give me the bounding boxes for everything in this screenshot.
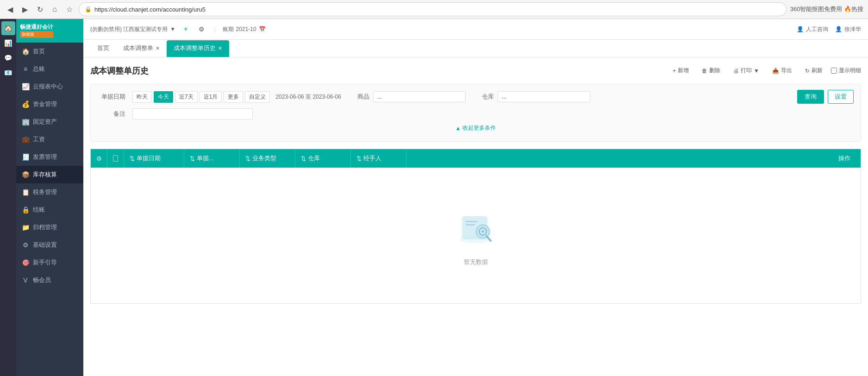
sidebar-item-close[interactable]: 🔒 结账 bbox=[16, 201, 83, 219]
collapse-button[interactable]: ▲ 收起更多条件 bbox=[456, 124, 496, 132]
tab-home[interactable]: 首页 bbox=[90, 40, 116, 57]
th-operator[interactable]: ⇅ 经手人 bbox=[351, 149, 406, 168]
tab-cost-adjust-history-close[interactable]: ✕ bbox=[218, 45, 222, 51]
calendar-icon: 📅 bbox=[259, 26, 266, 32]
sidebar-item-tax[interactable]: 📋 税务管理 bbox=[16, 183, 83, 201]
fixed-asset-icon: 🏢 bbox=[22, 118, 29, 125]
sidebar-item-inventory[interactable]: 📦 库存核算 bbox=[16, 166, 83, 183]
company-settings-button[interactable]: ⚙ bbox=[196, 24, 207, 35]
show-detail-checkbox[interactable] bbox=[831, 68, 837, 74]
header-divider: | bbox=[214, 26, 215, 33]
sidebar-item-archive[interactable]: 📁 归档管理 bbox=[16, 219, 83, 236]
sidebar-item-report[interactable]: 📈 云报表中心 bbox=[16, 78, 83, 95]
settings-button[interactable]: 设置 bbox=[828, 90, 854, 104]
refresh-button[interactable]: ↻ 刷新 bbox=[800, 64, 827, 77]
select-all-checkbox[interactable] bbox=[113, 155, 118, 162]
home-icon: 🏠 bbox=[22, 48, 29, 55]
sidebar-item-fixed-asset[interactable]: 🏢 固定资产 bbox=[16, 113, 83, 131]
goods-select[interactable]: ... bbox=[373, 91, 466, 102]
forward-button[interactable]: ▶ bbox=[19, 4, 31, 15]
tab-home-label: 首页 bbox=[97, 44, 109, 52]
date-btn-1month[interactable]: 近1月 bbox=[200, 91, 222, 103]
sidebar-item-home[interactable]: 🏠 首页 bbox=[16, 43, 83, 60]
export-button[interactable]: 📤 导出 bbox=[768, 64, 797, 77]
icon-sidebar-item-chat[interactable]: 💬 bbox=[1, 51, 15, 65]
sidebar-item-settings[interactable]: ⚙ 基础设置 bbox=[16, 236, 83, 254]
th-type[interactable]: ⇅ 业务类型 bbox=[240, 149, 295, 168]
company-selector[interactable]: (勿删勿禁用) 江西服宝测试专用 ▼ bbox=[90, 25, 175, 33]
date-btn-7days[interactable]: 近7天 bbox=[175, 91, 198, 103]
sidebar-item-payroll[interactable]: 💼 工资 bbox=[16, 131, 83, 148]
icon-sidebar-item-chart[interactable]: 📊 bbox=[1, 36, 15, 50]
add-label: 新增 bbox=[678, 67, 689, 75]
app-container: 🏠 📊 💬 📧 畅捷通好会计 旗舰版 🏠 首页 ≡ 总账 📈 云报表中心 bbox=[0, 19, 868, 376]
date-btn-more[interactable]: 更多 bbox=[224, 91, 243, 103]
tab-cost-adjust-history[interactable]: 成本调整单历史 ✕ bbox=[167, 40, 229, 57]
add-button[interactable]: + 新增 bbox=[668, 64, 693, 77]
delete-label: 删除 bbox=[709, 67, 720, 75]
print-button[interactable]: 🖨 打印 ▼ bbox=[729, 64, 764, 77]
sidebar-item-ledger[interactable]: ≡ 总账 bbox=[16, 60, 83, 78]
tab-cost-adjust-close[interactable]: ✕ bbox=[156, 45, 160, 51]
sidebar-item-capital-label: 资金管理 bbox=[33, 100, 57, 108]
th-date[interactable]: ⇅ 单据日期 bbox=[124, 149, 184, 168]
th-warehouse[interactable]: ⇅ 仓库 bbox=[295, 149, 351, 168]
remark-input[interactable] bbox=[132, 108, 253, 119]
close-books-icon: 🔒 bbox=[22, 206, 29, 213]
star-button[interactable]: ☆ bbox=[64, 4, 75, 15]
back-button[interactable]: ◀ bbox=[5, 4, 16, 15]
refresh-label: 刷新 bbox=[812, 67, 823, 75]
sidebar-item-home-label: 首页 bbox=[33, 47, 45, 56]
th-date-label: 单据日期 bbox=[137, 154, 161, 163]
date-btn-yesterday[interactable]: 昨天 bbox=[132, 91, 152, 103]
home-button[interactable]: ⌂ bbox=[49, 4, 60, 15]
print-label: 打印 bbox=[741, 67, 752, 75]
icon-sidebar-item-home[interactable]: 🏠 bbox=[1, 21, 15, 35]
show-detail-checkbox-container[interactable]: 显示明细 bbox=[831, 67, 861, 75]
sidebar-item-settings-label: 基础设置 bbox=[33, 241, 57, 249]
query-btn-group: 查询 设置 bbox=[797, 90, 854, 104]
sidebar-item-invoice[interactable]: 🧾 发票管理 bbox=[16, 148, 83, 166]
th-number-sort-icon: ⇅ bbox=[190, 155, 195, 162]
browser-right-tools: 360智能抠图免费用 🔥热搜 bbox=[790, 5, 863, 13]
address-bar[interactable]: 🔒 https://cloud.chanjet.com/accounting/u… bbox=[79, 2, 787, 16]
th-number[interactable]: ⇅ 单据... bbox=[184, 149, 240, 168]
th-checkbox[interactable] bbox=[107, 149, 124, 168]
query-button[interactable]: 查询 bbox=[797, 90, 824, 104]
warehouse-select[interactable]: ... bbox=[498, 91, 590, 102]
archive-icon: 📁 bbox=[22, 224, 29, 231]
user-avatar-icon: 👤 bbox=[835, 26, 842, 32]
logo-text: 畅捷通好会计 bbox=[20, 24, 53, 30]
sidebar-item-report-label: 云报表中心 bbox=[33, 82, 63, 91]
add-company-button[interactable]: + bbox=[180, 24, 191, 35]
tab-cost-adjust[interactable]: 成本调整单 ✕ bbox=[116, 40, 167, 57]
delete-button[interactable]: 🗑 删除 bbox=[697, 64, 725, 77]
date-btn-custom[interactable]: 自定义 bbox=[245, 91, 270, 103]
th-settings[interactable]: ⚙ bbox=[91, 149, 107, 168]
date-filter-label: 单据日期 bbox=[98, 93, 125, 101]
sidebar-logo: 畅捷通好会计 旗舰版 bbox=[16, 19, 83, 43]
date-btn-today[interactable]: 今天 bbox=[154, 91, 173, 103]
lock-icon: 🔒 bbox=[85, 6, 92, 13]
settings-icon: ⚙ bbox=[22, 241, 29, 249]
help-icon: 👤 bbox=[797, 26, 804, 32]
icon-sidebar: 🏠 📊 💬 📧 bbox=[0, 19, 16, 376]
filter-date-row: 单据日期 昨天 今天 近7天 近1月 更多 自定义 2023-06-06 至 2… bbox=[98, 90, 854, 104]
th-number-label: 单据... bbox=[197, 154, 214, 163]
period-selector[interactable]: 账期 2021-10 📅 bbox=[223, 25, 266, 33]
help-button[interactable]: 👤 人工咨询 bbox=[797, 25, 828, 33]
inventory-icon: 📦 bbox=[22, 171, 29, 178]
sidebar-item-guide-label: 新手引导 bbox=[33, 258, 57, 267]
sidebar-item-member[interactable]: V 畅会员 bbox=[16, 271, 83, 289]
refresh-button[interactable]: ↻ bbox=[34, 4, 45, 15]
sidebar-item-capital[interactable]: 💰 资金管理 bbox=[16, 95, 83, 113]
delete-icon: 🗑 bbox=[702, 68, 707, 74]
sidebar-item-guide[interactable]: 🎯 新手引导 bbox=[16, 254, 83, 271]
user-info[interactable]: 👤 徐泽华 bbox=[835, 25, 861, 33]
icon-sidebar-item-mail[interactable]: 📧 bbox=[1, 66, 15, 80]
collapse-label: 收起更多条件 bbox=[462, 124, 496, 132]
smart-tool[interactable]: 360智能抠图免费用 🔥热搜 bbox=[790, 5, 863, 13]
member-icon: V bbox=[22, 276, 29, 284]
th-operator-label: 经手人 bbox=[363, 154, 381, 163]
browser-chrome: ◀ ▶ ↻ ⌂ ☆ 🔒 https://cloud.chanjet.com/ac… bbox=[0, 0, 868, 19]
